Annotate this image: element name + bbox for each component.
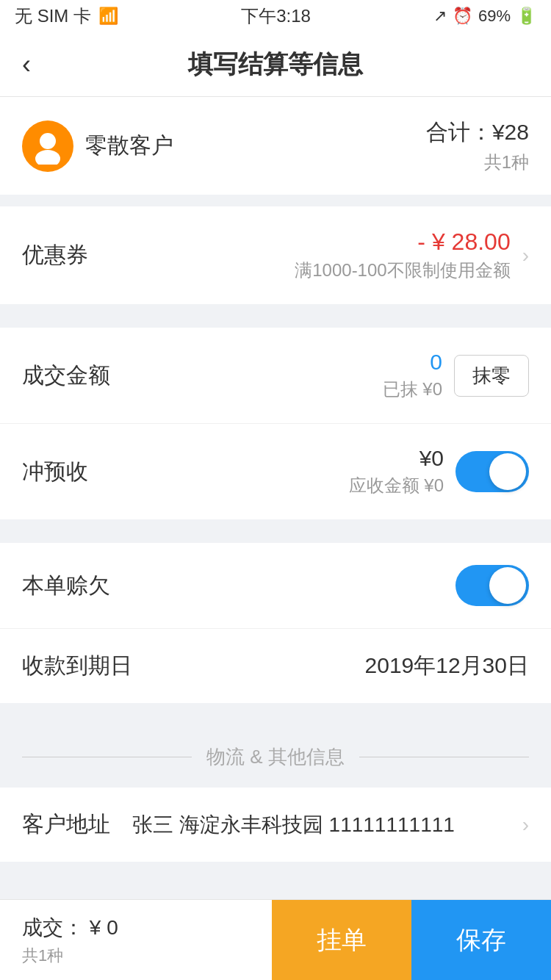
prepayment-row: 冲预收 ¥0 应收金额 ¥0 bbox=[0, 423, 551, 519]
bottom-deal: 成交： ¥ 0 bbox=[22, 914, 250, 942]
debit-right bbox=[455, 565, 529, 606]
coupon-values: - ¥ 28.00 满1000-100不限制使用金额 bbox=[295, 228, 510, 282]
divider-2 bbox=[0, 531, 551, 543]
bottom-count: 共1种 bbox=[22, 945, 250, 967]
debit-label: 本单赊欠 bbox=[22, 571, 110, 601]
logistics-line-left bbox=[22, 757, 192, 757]
wifi-icon: 📶 bbox=[98, 7, 118, 26]
address-chevron-icon: › bbox=[522, 813, 529, 837]
due-date-row: 收款到期日 2019年12月30日 bbox=[0, 628, 551, 703]
chevron-right-icon: › bbox=[522, 244, 529, 267]
status-left: 无 SIM 卡 📶 bbox=[15, 4, 118, 28]
round-zero-button[interactable]: 抹零 bbox=[454, 355, 529, 397]
prepayment-value: ¥0 bbox=[349, 446, 444, 471]
customer-section: 零散客户 合计：¥28 共1种 bbox=[0, 97, 551, 195]
avatar bbox=[22, 120, 73, 172]
deal-amount-label: 成交金额 bbox=[22, 361, 110, 391]
debit-row: 本单赊欠 bbox=[0, 543, 551, 628]
total-price: 合计：¥28 bbox=[426, 118, 529, 148]
svg-point-0 bbox=[40, 133, 56, 149]
coupon-right: - ¥ 28.00 满1000-100不限制使用金额 › bbox=[295, 228, 529, 282]
debit-section: 本单赊欠 收款到期日 2019年12月30日 bbox=[0, 543, 551, 703]
divider-3 bbox=[0, 715, 551, 727]
back-button[interactable]: ‹ bbox=[22, 49, 31, 80]
status-bar: 无 SIM 卡 📶 下午3:18 ↗ ⏰ 69% 🔋 bbox=[0, 0, 551, 32]
logistics-line-right bbox=[359, 757, 529, 757]
content-area: 零散客户 合计：¥28 共1种 优惠券 - ¥ 28.00 满1000-100不… bbox=[0, 97, 551, 962]
due-date-label: 收款到期日 bbox=[22, 651, 132, 681]
coupon-row[interactable]: 优惠券 - ¥ 28.00 满1000-100不限制使用金额 › bbox=[0, 206, 551, 304]
prepayment-values: ¥0 应收金额 ¥0 bbox=[349, 446, 444, 497]
toggle-knob bbox=[489, 453, 526, 490]
page-title: 填写结算等信息 bbox=[188, 48, 363, 82]
due-date-value: 2019年12月30日 bbox=[365, 651, 529, 681]
deal-value: ¥ 0 bbox=[90, 916, 118, 939]
battery-text: 69% bbox=[478, 7, 511, 26]
no-sim-text: 无 SIM 卡 bbox=[15, 4, 91, 28]
status-right: ↗ ⏰ 69% 🔋 bbox=[433, 7, 536, 26]
prepayment-toggle[interactable] bbox=[455, 451, 529, 492]
hold-button[interactable]: 挂单 bbox=[272, 900, 411, 981]
deal-amount-sub: 已抹 ¥0 bbox=[383, 378, 442, 401]
deal-amount-right: 0 已抹 ¥0 抹零 bbox=[383, 350, 529, 401]
battery-icon: 🔋 bbox=[516, 7, 536, 26]
bottom-bar: 成交： ¥ 0 共1种 挂单 保存 bbox=[0, 899, 551, 980]
location-icon: ↗ bbox=[433, 7, 447, 26]
prepayment-label: 冲预收 bbox=[22, 457, 88, 487]
coupon-value: - ¥ 28.00 bbox=[295, 228, 510, 256]
prepayment-right: ¥0 应收金额 ¥0 bbox=[349, 446, 529, 497]
alarm-icon: ⏰ bbox=[453, 7, 472, 26]
coupon-section: 优惠券 - ¥ 28.00 满1000-100不限制使用金额 › bbox=[0, 206, 551, 304]
prepayment-sub: 应收金额 ¥0 bbox=[349, 474, 444, 497]
address-label: 客户地址 bbox=[22, 810, 110, 840]
coupon-label: 优惠券 bbox=[22, 240, 88, 270]
avatar-icon bbox=[29, 128, 66, 165]
logistics-label: 物流 & 其他信息 bbox=[206, 744, 345, 770]
address-row[interactable]: 客户地址 张三 海淀永丰科技园 11111111111 › bbox=[0, 788, 551, 862]
debit-toggle-knob bbox=[489, 567, 526, 604]
deal-amount-row: 成交金额 0 已抹 ¥0 抹零 bbox=[0, 328, 551, 423]
deal-amount-values: 0 已抹 ¥0 bbox=[383, 350, 442, 401]
divider-1 bbox=[0, 316, 551, 328]
customer-name: 零散客户 bbox=[85, 131, 173, 161]
debit-toggle[interactable] bbox=[455, 565, 529, 606]
address-section: 客户地址 张三 海淀永丰科技园 11111111111 › bbox=[0, 788, 551, 862]
customer-right: 合计：¥28 共1种 bbox=[426, 118, 529, 174]
save-button[interactable]: 保存 bbox=[411, 900, 551, 981]
bottom-info: 成交： ¥ 0 共1种 bbox=[0, 914, 272, 967]
svg-point-1 bbox=[35, 150, 60, 165]
payment-section: 成交金额 0 已抹 ¥0 抹零 冲预收 ¥0 应收金额 ¥0 bbox=[0, 328, 551, 519]
total-count: 共1种 bbox=[426, 151, 529, 174]
coupon-desc: 满1000-100不限制使用金额 bbox=[295, 259, 510, 282]
nav-bar: ‹ 填写结算等信息 bbox=[0, 32, 551, 97]
deal-amount-value: 0 bbox=[383, 350, 442, 375]
customer-left: 零散客户 bbox=[22, 120, 173, 172]
status-time: 下午3:18 bbox=[241, 4, 311, 28]
logistics-header: 物流 & 其他信息 bbox=[0, 727, 551, 788]
address-value: 张三 海淀永丰科技园 11111111111 bbox=[132, 811, 500, 839]
deal-label: 成交： bbox=[22, 916, 84, 939]
